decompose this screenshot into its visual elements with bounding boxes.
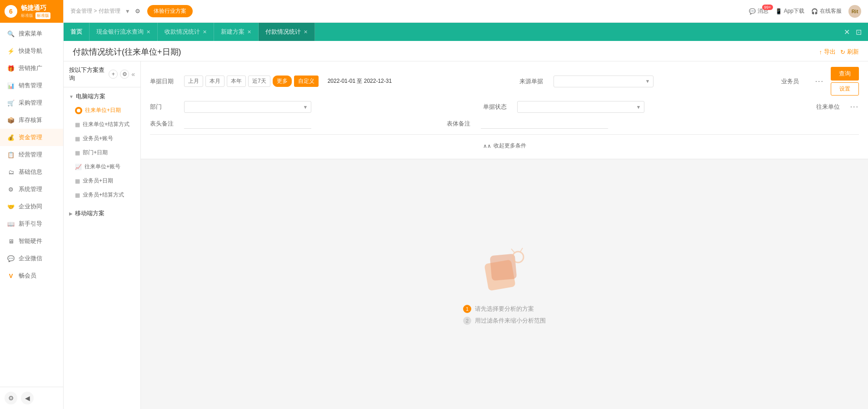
sidebar-menu: 🔍 搜索菜单 ⚡ 快捷导航 🎁 营销推广 📊 销售管理 🛒 采购管理 📦 库存核… — [0, 23, 63, 387]
sidebar-item-purchase[interactable]: 🛒 采购管理 — [0, 94, 63, 111]
scheme-item-partner-date[interactable]: 往来单位+日期 — [64, 103, 140, 117]
page-actions: ↑ 导出 ↻ 刷新 — [819, 48, 859, 56]
sidebar-item-vip[interactable]: V 畅会员 — [0, 267, 63, 284]
scheme-table-icon-6: ▦ — [75, 192, 80, 198]
doc-status-select[interactable] — [517, 101, 644, 113]
source-select-wrap: ▼ — [554, 76, 653, 87]
date-range-display: 2022-01-01 至 2022-12-31 — [328, 77, 392, 85]
tab-newscheme-close[interactable]: ✕ — [247, 29, 251, 35]
topbar-settings-icon[interactable]: ⚙ — [135, 8, 140, 15]
sidebar-item-basic[interactable]: 🗂 基础信息 — [0, 163, 63, 181]
sidebar-item-finance[interactable]: 💰 资金管理 — [0, 129, 63, 146]
sidebar-item-quicknav[interactable]: ⚡ 快捷导航 — [0, 42, 63, 60]
sidebar-label-inventory: 库存核算 — [19, 116, 42, 124]
desktop-group-label: 电脑端方案 — [76, 92, 105, 101]
empty-state: 1 请先选择要分析的方案 2 用过滤条件来缩小分析范围 — [141, 159, 868, 409]
partner-dots[interactable]: ··· — [850, 103, 859, 111]
desktop-group-title[interactable]: ▼ 电脑端方案 — [64, 90, 140, 103]
tab-payable-close[interactable]: ✕ — [304, 29, 308, 35]
hardware-icon: 🖥 — [7, 237, 15, 245]
window-close-btn[interactable]: ✕ — [842, 26, 852, 38]
app-download-btn[interactable]: 📱 App下载 — [775, 7, 804, 15]
sidebar-item-search[interactable]: 🔍 搜索菜单 — [0, 25, 63, 42]
scheme-table-icon-2: ▦ — [75, 136, 80, 142]
sidebar-item-hardware[interactable]: 🖥 智能硬件 — [0, 232, 63, 250]
sidebar-settings-btn[interactable]: ⚙ — [5, 392, 17, 404]
scheme-item-dept-date[interactable]: ▦ 部门+日期 — [64, 146, 140, 160]
layout-body: 按以下方案查询 + ⚙ « ▼ 电脑端方案 — [64, 61, 868, 409]
collapse-more-btn[interactable]: ∧∧ 收起更多条件 — [479, 138, 530, 153]
nav-tabs: 首页 现金银行流水查询 ✕ 收款情况统计 ✕ 新建方案 ✕ 付款情况统计 ✕ ✕… — [64, 23, 868, 41]
filter-settings-btn[interactable]: 设置 — [831, 82, 859, 96]
sidebar-item-inventory[interactable]: 📦 库存核算 — [0, 111, 63, 129]
sidebar-item-marketing[interactable]: 🎁 营销推广 — [0, 60, 63, 77]
agent-dots[interactable]: ··· — [815, 77, 824, 86]
scheme-item-agent-account[interactable]: ▦ 业务员+账号 — [64, 131, 140, 146]
sidebar-item-sales[interactable]: 📊 销售管理 — [0, 77, 63, 94]
avatar[interactable]: Rit — [848, 5, 861, 18]
message-icon: 💬 — [749, 8, 756, 15]
sidebar-item-weixin[interactable]: 💬 企业微信 — [0, 250, 63, 267]
tab-receivable-close[interactable]: ✕ — [203, 29, 207, 35]
window-expand-btn[interactable]: ⊡ — [854, 26, 863, 38]
sidebar-collapse-btn[interactable]: ◀ — [21, 392, 34, 404]
cooperation-icon: 🤝 — [7, 202, 15, 211]
finance-icon: 💰 — [7, 133, 15, 141]
sidebar-item-guide[interactable]: 📖 新手引导 — [0, 215, 63, 232]
tab-newscheme[interactable]: 新建方案 ✕ — [214, 23, 259, 41]
tab-cashflow-close[interactable]: ✕ — [146, 29, 150, 35]
logo-title: 畅捷通巧 — [21, 4, 50, 12]
scheme-label-partner-date: 往来单位+日期 — [85, 106, 121, 114]
scheme-label-partner-settle: 往来单位+结算方式 — [83, 121, 130, 128]
try-btn[interactable]: 体验行业方案 — [147, 5, 193, 17]
mobile-group-title[interactable]: ▶ 移动端方案 — [64, 207, 140, 220]
scheme-collapse-btn[interactable]: « — [131, 71, 135, 78]
hint-num-1: 1 — [463, 305, 471, 313]
scheme-settings-btn[interactable]: ⚙ — [120, 70, 129, 79]
message-btn[interactable]: 💬 消息 99+ — [749, 7, 768, 15]
refresh-btn[interactable]: ↻ 刷新 — [840, 48, 859, 56]
sidebar-label-finance: 资金管理 — [19, 133, 42, 141]
scheme-table-icon-1: ▦ — [75, 121, 80, 128]
inventory-icon: 📦 — [7, 116, 15, 124]
date-btn-last-month[interactable]: 上月 — [184, 76, 203, 87]
service-btn[interactable]: 🎧 在线客服 — [811, 7, 842, 15]
query-btn[interactable]: 查询 — [831, 67, 859, 81]
scheme-item-agent-date[interactable]: ▦ 业务员+日期 — [64, 174, 140, 188]
export-btn[interactable]: ↑ 导出 — [819, 48, 836, 56]
scheme-panel-actions: + ⚙ « — [109, 70, 135, 79]
date-btn-this-year[interactable]: 本年 — [227, 76, 246, 87]
scheme-item-partner-settle[interactable]: ▦ 往来单位+结算方式 — [64, 117, 140, 131]
body-remark-input[interactable] — [481, 118, 608, 129]
tab-home-label: 首页 — [70, 28, 82, 36]
scheme-item-partner-account[interactable]: 📈 往来单位+账号 — [64, 160, 140, 174]
refresh-icon: ↻ — [840, 49, 845, 56]
sidebar-bottom: ⚙ ◀ — [0, 387, 63, 409]
scheme-label-dept-date: 部门+日期 — [83, 149, 108, 157]
tab-payable[interactable]: 付款情况统计 ✕ — [259, 23, 315, 41]
tab-cashflow[interactable]: 现金银行流水查询 ✕ — [90, 23, 158, 41]
main-area: 资金管理 > 付款管理 ▼ ⚙ 体验行业方案 💬 消息 99+ 📱 App下载 … — [64, 0, 868, 409]
tab-home[interactable]: 首页 — [64, 23, 90, 41]
date-btn-more[interactable]: 更多 — [273, 76, 292, 87]
topbar-left: 资金管理 > 付款管理 ▼ ⚙ — [70, 7, 140, 15]
date-btn-this-month[interactable]: 本月 — [205, 76, 224, 87]
sidebar-item-system[interactable]: ⚙ 系统管理 — [0, 181, 63, 198]
app-icon: 📱 — [775, 8, 782, 15]
dept-select[interactable] — [184, 101, 311, 113]
empty-hint-2: 2 用过滤条件来缩小分析范围 — [463, 317, 546, 325]
scheme-add-btn[interactable]: + — [109, 70, 118, 79]
sidebar-item-cooperation[interactable]: 🤝 企业协同 — [0, 198, 63, 215]
main-content-area: 单据日期 上月 本月 本年 近7天 更多 自定义 2022-01-01 至 20… — [141, 61, 868, 409]
sidebar-item-operations[interactable]: 📋 经营管理 — [0, 146, 63, 163]
source-select[interactable] — [554, 76, 653, 87]
scheme-item-agent-settle[interactable]: ▦ 业务员+结算方式 — [64, 188, 140, 202]
date-btn-custom[interactable]: 自定义 — [294, 76, 319, 87]
vip-icon: V — [7, 272, 15, 280]
date-btn-7days[interactable]: 近7天 — [248, 76, 270, 87]
partner-filter-label: 往来单位 — [816, 103, 843, 111]
app-label: App下载 — [784, 7, 804, 15]
basic-icon: 🗂 — [7, 168, 15, 176]
tab-receivable[interactable]: 收款情况统计 ✕ — [158, 23, 214, 41]
header-remark-input[interactable] — [184, 118, 311, 129]
